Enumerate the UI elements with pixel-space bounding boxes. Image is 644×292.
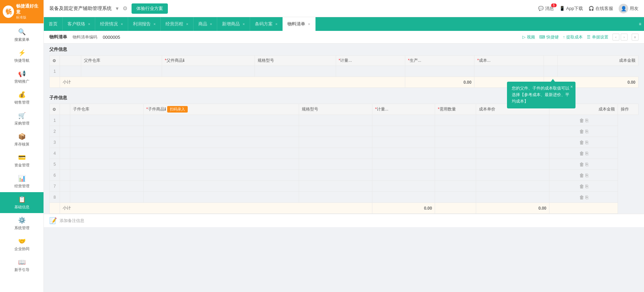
child-row-1-warehouse[interactable] [60, 115, 70, 126]
sidebar-item-basic-info[interactable]: 📋基础信息 [0, 192, 44, 213]
child-subtotal-label: 小计 [60, 203, 372, 214]
tab-barcode[interactable]: 条码方案× [250, 17, 283, 31]
shortcut-btn[interactable]: ⌨ 快捷键 [539, 34, 559, 40]
child-row-2-unit[interactable] [299, 126, 372, 137]
child-row-1-qty[interactable] [372, 115, 435, 126]
child-row-8-num: 8 [50, 192, 60, 203]
delete-icon-row4[interactable]: 🗑 [579, 151, 584, 156]
copy-icon-row2[interactable]: ⎘ [585, 129, 588, 134]
next-arrow[interactable]: › [621, 34, 628, 40]
copy-icon-row7[interactable]: ⎘ [585, 184, 588, 189]
tab-profit-close[interactable]: × [153, 22, 156, 26]
view-btn[interactable]: ▷ 视频 [522, 34, 535, 40]
parent-row-1-produce[interactable] [336, 66, 405, 77]
topbar-app-download[interactable]: 📱 App下载 [559, 5, 583, 12]
sidebar-item-operations[interactable]: 📊经营管理 [0, 171, 44, 192]
cost-btn[interactable]: ↑ 提取成本 [563, 34, 583, 40]
tab-new-goods[interactable]: 新增商品× [217, 17, 250, 31]
sidebar-item-inventory[interactable]: 📦库存核算 [0, 129, 44, 150]
message-badge: 6 [551, 3, 557, 7]
child-row-2-warehouse[interactable] [60, 126, 70, 137]
parent-section-title: 父件信息 [49, 46, 639, 52]
topbar: 装备及固定资产辅助管理系统 ▾ ⚙ 体验行业方案 💬 消息 6 📱 App下载 … [44, 0, 644, 17]
tooltip-close-icon[interactable]: × [570, 84, 573, 90]
tab-home[interactable]: 首页 [44, 17, 63, 31]
copy-icon-row6[interactable]: ⎘ [585, 173, 588, 178]
copy-icon-row5[interactable]: ⎘ [585, 162, 588, 167]
parent-row-1-unit[interactable] [255, 66, 336, 77]
topbar-trial-button[interactable]: 体验行业方案 [132, 3, 168, 14]
parent-row-1-warehouse[interactable] [60, 66, 81, 77]
tab-goods[interactable]: 商品× [194, 17, 217, 31]
child-row-2-unit-cost[interactable] [435, 126, 476, 137]
child-row-1-spec[interactable] [143, 115, 299, 126]
note-icon: 📝 [49, 217, 57, 224]
child-row-2: 2 🗑⎘ [50, 126, 639, 137]
tab-operations-close[interactable]: × [121, 22, 123, 26]
page-body: 物料清单 物料清单编码 0000005 ▷ 视频 ⌨ 快捷键 ↑ 提取成本 [44, 31, 644, 292]
parent-row-1-goods[interactable] [81, 66, 162, 77]
sidebar-item-quick-nav[interactable]: ⚡快捷导航 [0, 46, 44, 67]
sidebar-item-system[interactable]: ⚙️系统管理 [0, 213, 44, 234]
menu-btn[interactable]: ≡ [632, 34, 639, 40]
tab-customer-close[interactable]: × [88, 22, 90, 26]
logo-title: 畅捷通好生意 [16, 3, 41, 15]
megaphone-icon: 📢 [18, 70, 26, 78]
tab-operations[interactable]: 经营情况× [95, 17, 128, 31]
child-col-num [60, 104, 70, 115]
child-row-2-goods[interactable] [70, 126, 144, 137]
topbar-gear-icon[interactable]: ⚙ [123, 5, 127, 12]
delete-icon-row5[interactable]: 🗑 [579, 162, 584, 167]
nav-tabs-more[interactable]: ≡ [639, 22, 644, 26]
delete-icon-row7[interactable]: 🗑 [579, 184, 584, 189]
sidebar-item-enterprise[interactable]: 🤝企业协同 [0, 234, 44, 255]
delete-icon-row6[interactable]: 🗑 [579, 173, 584, 178]
setting-btn[interactable]: ☰ 单据设置 [587, 34, 608, 40]
parent-row-1-spec[interactable] [162, 66, 255, 77]
tab-new-goods-close[interactable]: × [243, 22, 245, 26]
topbar-user[interactable]: 👤 用友 [619, 4, 639, 13]
child-row-5: 5 🗑⎘ [50, 159, 639, 170]
sidebar-item-finance[interactable]: 💳资金管理 [0, 150, 44, 171]
tab-barcode-close[interactable]: × [275, 22, 277, 26]
tab-bom-close[interactable]: × [308, 22, 310, 26]
parent-col-settings[interactable]: ⚙ [50, 56, 60, 66]
tab-customer[interactable]: 客户联络× [63, 17, 95, 31]
delete-icon-row2[interactable]: 🗑 [579, 129, 584, 134]
topbar-dropdown-icon[interactable]: ▾ [116, 5, 119, 12]
tab-profit[interactable]: 利润报告× [128, 17, 161, 31]
cost-label: 提取成本 [566, 34, 583, 40]
tab-history[interactable]: 经营历程× [161, 17, 193, 31]
child-row-1-unit-cost[interactable] [435, 115, 476, 126]
child-row-2-spec[interactable] [143, 126, 299, 137]
sidebar-item-sales[interactable]: 💰销售管理 [0, 87, 44, 108]
topbar-message[interactable]: 💬 消息 6 [538, 5, 554, 12]
scan-input-button[interactable]: 扫码录入 [167, 106, 188, 113]
chart-icon: 📊 [18, 175, 26, 182]
tab-bom[interactable]: 物料清单× [283, 17, 315, 31]
child-col-settings[interactable]: ⚙ [50, 104, 60, 115]
sidebar-item-guide[interactable]: 📖新手引导 [0, 255, 44, 276]
sidebar-item-purchase[interactable]: 🛒采购管理 [0, 108, 44, 129]
parent-row-1-cost[interactable] [405, 66, 474, 77]
topbar-online-service[interactable]: 🎧 在线客服 [589, 5, 613, 12]
child-section: 子件信息 ⚙ 子件仓库 *子件商品ℹ 扫码录入 规格型号 *计量.. [44, 92, 644, 214]
add-note-label[interactable]: 添加备注信息 [60, 218, 84, 224]
copy-icon-row8[interactable]: ⎘ [585, 195, 588, 200]
child-row-1-goods[interactable] [70, 115, 144, 126]
child-col-warehouse: 子件仓库 [70, 104, 144, 115]
copy-icon-row3[interactable]: ⎘ [585, 140, 588, 145]
tab-history-close[interactable]: × [186, 22, 188, 26]
child-row-1-unit[interactable] [299, 115, 372, 126]
child-row-2-qty[interactable] [372, 126, 435, 137]
copy-icon-row4[interactable]: ⎘ [585, 151, 588, 156]
delete-icon-row3[interactable]: 🗑 [579, 140, 584, 145]
sidebar-item-marketing[interactable]: 📢营销推广 [0, 67, 44, 87]
copy-icon-row1[interactable]: ⎘ [585, 118, 588, 123]
sidebar-item-search[interactable]: 🔍搜索菜单 [0, 25, 44, 46]
delete-icon-row8[interactable]: 🗑 [579, 195, 584, 200]
tab-goods-close[interactable]: × [210, 22, 212, 26]
prev-arrow[interactable]: ‹ [612, 34, 619, 40]
clipboard-icon: 📋 [18, 196, 26, 203]
delete-icon-row1[interactable]: 🗑 [579, 118, 584, 123]
